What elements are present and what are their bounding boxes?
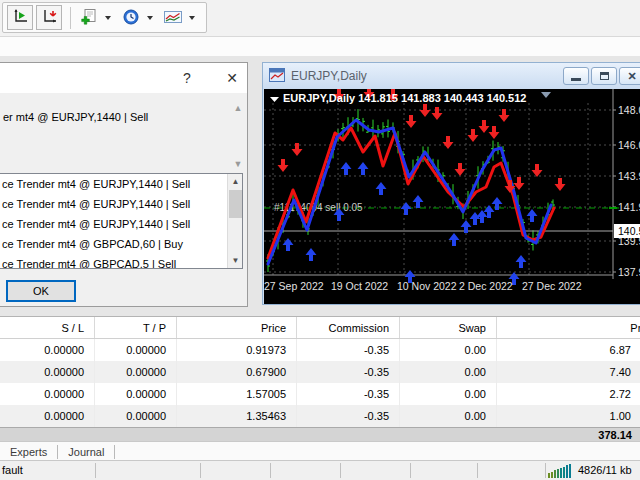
column-header[interactable]: S / L [0, 317, 95, 338]
window-restore-button[interactable] [591, 67, 617, 85]
buy-arrow-icon [413, 195, 424, 208]
table-cell: 0.00000 [0, 361, 95, 383]
sell-arrow-icon [432, 107, 443, 120]
new-chart-dropdown[interactable] [102, 5, 114, 30]
chevron-down-icon [189, 16, 195, 20]
alert-dialog[interactable]: ? ✕ er mt4 @ EURJPY,1440 | Sell ▲ ▼ ce T… [0, 62, 248, 307]
dialog-help-button[interactable]: ? [177, 69, 197, 87]
message-scrollbar[interactable]: ▲ ▼ [232, 103, 244, 169]
alert-list-item[interactable]: ce Trender mt4 @ GBPCAD,5 | Sell [0, 254, 242, 269]
symbol-dropdown-icon [270, 97, 279, 102]
chart-shift-button[interactable] [7, 5, 33, 30]
slow-trend-line [268, 120, 551, 264]
status-divider [200, 463, 201, 478]
buy-arrow-icon [470, 212, 481, 225]
y-axis-label: 148.0 [618, 104, 640, 116]
column-header[interactable]: Profit [497, 317, 640, 338]
column-header[interactable]: T / P [95, 317, 177, 338]
scrollbar-up-icon[interactable]: ▲ [228, 174, 243, 189]
alerts-listbox[interactable]: ce Trender mt4 @ EURJPY,1440 | Sellce Tr… [0, 173, 243, 269]
status-bar: fault 4826/11 kb [0, 460, 640, 480]
buy-arrow-icon [527, 209, 538, 222]
periods-dropdown[interactable] [144, 5, 156, 30]
close-icon: ✕ [627, 70, 636, 83]
chart-window[interactable]: EURJPY,Daily ✕ #11174094 sell 0.05EURJPY… [262, 62, 640, 305]
chevron-down-icon [105, 16, 111, 20]
table-cell: 0.91973 [177, 339, 297, 361]
tab-experts[interactable]: Experts [0, 446, 57, 458]
dialog-close-button[interactable]: ✕ [222, 69, 242, 87]
auto-scroll-button[interactable] [36, 5, 62, 30]
scrollbar-thumb[interactable] [229, 190, 242, 218]
column-header[interactable]: Commission [297, 317, 400, 338]
table-cell: 0.00 [400, 339, 497, 361]
tab-separator [114, 445, 115, 459]
window-close-button[interactable]: ✕ [619, 67, 640, 85]
table-cell: 2.72 [497, 383, 640, 405]
x-axis-label: 19 Oct 2022 [331, 280, 388, 292]
scroll-down-icon[interactable]: ▼ [232, 159, 244, 169]
column-header[interactable]: Swap [400, 317, 497, 338]
tab-journal[interactable]: Journal [58, 446, 114, 458]
table-row[interactable]: 0.000000.000000.67900-0.350.007.40 [0, 361, 640, 383]
table-row[interactable]: 0.000000.000001.57005-0.350.002.72 [0, 383, 640, 405]
template-icon [163, 9, 183, 27]
y-axis-label: 143.9 [618, 170, 640, 182]
status-divider [477, 463, 478, 478]
y-axis-label: 141.9 [618, 201, 640, 213]
templates-dropdown[interactable] [186, 5, 198, 30]
buy-arrow-icon [341, 162, 352, 175]
chevron-down-icon [147, 16, 153, 20]
alert-list-item[interactable]: ce Trender mt4 @ GBPCAD,60 | Buy [0, 234, 242, 254]
x-axis-label: 10 Nov 2022 [397, 280, 457, 292]
table-cell: -0.35 [297, 383, 400, 405]
dialog-titlebar[interactable]: ? ✕ [0, 63, 247, 93]
buy-arrow-icon [401, 202, 412, 215]
table-cell: 0.00000 [95, 361, 177, 383]
current-price-label: 140.5 [618, 225, 640, 237]
alert-list-item[interactable]: ce Trender mt4 @ EURJPY,1440 | Sell [0, 174, 242, 194]
chart-canvas[interactable]: #11174094 sell 0.05EURJPY,Daily 141.815 … [264, 89, 640, 304]
chart-window-titlebar[interactable]: EURJPY,Daily ✕ [263, 63, 640, 89]
ok-button[interactable]: OK [6, 280, 76, 302]
status-divider [270, 463, 271, 478]
scrollbar-down-icon[interactable]: ▼ [228, 253, 243, 268]
templates-button[interactable] [160, 5, 186, 30]
status-divider [95, 463, 96, 478]
buy-arrow-icon [306, 248, 317, 261]
table-row[interactable]: 0.000000.000001.35463-0.350.001.00 [0, 405, 640, 427]
terminal-tabs: ExpertsJournal [0, 441, 640, 460]
column-header[interactable]: Price [177, 317, 297, 338]
table-cell: 0.00 [400, 361, 497, 383]
periods-button[interactable] [118, 5, 144, 30]
table-cell: 0.67900 [177, 361, 297, 383]
alert-list-item[interactable]: ce Trender mt4 @ EURJPY,1440 | Sell [0, 194, 242, 214]
scroll-up-icon[interactable]: ▲ [232, 103, 244, 113]
y-axis-label: 137.9 [618, 266, 640, 278]
listbox-scrollbar[interactable]: ▲ ▼ [227, 174, 242, 268]
alerts-list: ce Trender mt4 @ EURJPY,1440 | Sellce Tr… [0, 174, 242, 269]
table-header-row: S / LT / PPriceCommissionSwapProfit [0, 317, 640, 339]
sell-arrow-icon [514, 177, 525, 190]
sell-arrow-icon [479, 120, 490, 133]
table-cell: 0.00000 [95, 339, 177, 361]
restore-icon [600, 72, 609, 80]
table-cell: 0.00 [400, 383, 497, 405]
trades-table: S / LT / PPriceCommissionSwapProfit 0.00… [0, 317, 640, 441]
alert-list-item[interactable]: ce Trender mt4 @ EURJPY,1440 | Sell [0, 214, 242, 234]
price-chart: #11174094 sell 0.05EURJPY,Daily 141.815 … [264, 89, 640, 304]
table-cell: 0.00 [400, 405, 497, 427]
toolbar-group [2, 2, 207, 33]
window-minimize-button[interactable] [563, 67, 589, 85]
x-axis-label: 2 Dec 2022 [459, 280, 513, 292]
new-chart-button[interactable] [76, 5, 102, 30]
table-cell: -0.35 [297, 361, 400, 383]
sell-arrow-icon [455, 163, 466, 176]
table-row[interactable]: 0.000000.000000.91973-0.350.006.87 [0, 339, 640, 361]
sell-arrow-icon [468, 129, 479, 142]
mt4-application: EURJPY,Daily ✕ #11174094 sell 0.05EURJPY… [0, 0, 640, 480]
minimize-icon [571, 78, 581, 81]
sell-arrow-icon [443, 136, 454, 149]
chart-window-icon [269, 68, 285, 84]
table-cell: 1.00 [497, 405, 640, 427]
